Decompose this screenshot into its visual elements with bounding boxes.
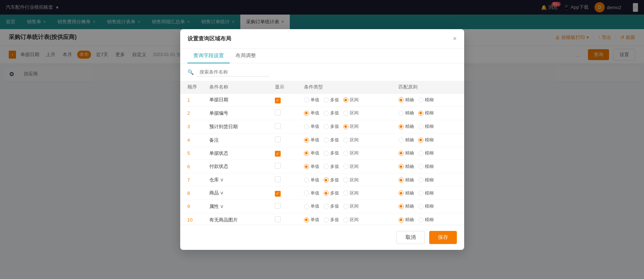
col-header-match: 匹配原则 [399, 84, 464, 90]
row-checkbox[interactable] [275, 123, 304, 130]
radio-type-单值[interactable]: 单值 [304, 203, 319, 209]
row-checkbox[interactable] [275, 163, 304, 170]
row-type-group: 单值多值区间 [304, 164, 399, 170]
radio-match-精确[interactable]: 精确 [399, 137, 414, 143]
radio-match-精确[interactable]: 精确 [399, 123, 414, 130]
radio-type-单值[interactable]: 单值 [304, 164, 319, 170]
row-match-group: 精确模糊 [399, 150, 464, 156]
table-row: 8商品 ∨单值多值区间精确模糊 [180, 187, 464, 200]
table-row: 1单据日期单值多值区间精确模糊 [180, 94, 464, 107]
row-order: 10 [187, 217, 209, 223]
row-match-group: 精确模糊 [399, 123, 464, 130]
radio-match-模糊[interactable]: 模糊 [418, 110, 434, 116]
row-checkbox[interactable] [275, 97, 304, 103]
save-button[interactable]: 保存 [429, 231, 457, 244]
radio-type-单值[interactable]: 单值 [304, 110, 319, 116]
radio-match-模糊[interactable]: 模糊 [418, 150, 434, 156]
tab-query-fields[interactable]: 查询字段设置 [187, 49, 230, 63]
radio-type-区间[interactable]: 区间 [343, 123, 359, 130]
radio-match-精确[interactable]: 精确 [399, 164, 414, 170]
row-name: 商品 ∨ [209, 190, 275, 196]
row-checkbox[interactable] [275, 176, 304, 184]
row-name: 属性 ∨ [209, 203, 275, 210]
radio-match-精确[interactable]: 精确 [399, 110, 414, 116]
radio-type-区间[interactable]: 区间 [343, 190, 359, 196]
radio-type-区间[interactable]: 区间 [343, 110, 359, 116]
radio-type-多值[interactable]: 多值 [324, 110, 339, 116]
radio-type-单值[interactable]: 单值 [304, 150, 319, 156]
row-checkbox[interactable] [275, 190, 304, 197]
radio-match-模糊[interactable]: 模糊 [418, 97, 434, 103]
table-row: 6付款状态单值多值区间精确模糊 [180, 160, 464, 173]
radio-type-区间[interactable]: 区间 [343, 177, 359, 183]
radio-type-区间[interactable]: 区间 [343, 97, 359, 103]
radio-match-模糊[interactable]: 模糊 [418, 190, 434, 196]
row-name: 仓库 ∨ [209, 177, 275, 183]
row-type-group: 单值多值区间 [304, 203, 399, 209]
row-name: 有无商品图片 [209, 217, 275, 223]
radio-type-多值[interactable]: 多值 [324, 137, 339, 143]
radio-type-区间[interactable]: 区间 [343, 203, 359, 209]
row-match-group: 精确模糊 [399, 110, 464, 116]
modal-footer: 取消 保存 [180, 225, 464, 250]
radio-type-多值[interactable]: 多值 [324, 203, 339, 209]
row-type-group: 单值多值区间 [304, 123, 399, 130]
radio-match-模糊[interactable]: 模糊 [418, 164, 434, 170]
radio-type-多值[interactable]: 多值 [324, 217, 339, 223]
modal-table-header: 顺序 条件名称 显示 条件类型 匹配原则 [180, 81, 464, 94]
modal-search-input[interactable] [197, 68, 269, 76]
row-order: 8 [187, 190, 209, 196]
radio-type-单值[interactable]: 单值 [304, 177, 319, 183]
table-row: 2单据编号单值多值区间精确模糊 [180, 107, 464, 120]
radio-match-模糊[interactable]: 模糊 [418, 137, 434, 143]
row-type-group: 单值多值区间 [304, 137, 399, 143]
radio-type-多值[interactable]: 多值 [324, 150, 339, 156]
search-icon: 🔍 [187, 69, 194, 75]
radio-match-精确[interactable]: 精确 [399, 150, 414, 156]
row-match-group: 精确模糊 [399, 203, 464, 209]
radio-type-单值[interactable]: 单值 [304, 123, 319, 130]
modal-title: 设置查询区域布局 [187, 35, 231, 42]
radio-match-精确[interactable]: 精确 [399, 190, 414, 196]
radio-match-精确[interactable]: 精确 [399, 203, 414, 209]
radio-type-多值[interactable]: 多值 [324, 123, 339, 130]
radio-match-精确[interactable]: 精确 [399, 217, 414, 223]
radio-match-模糊[interactable]: 模糊 [418, 203, 434, 209]
radio-type-单值[interactable]: 单值 [304, 97, 319, 103]
row-name: 单据编号 [209, 110, 275, 117]
row-match-group: 精确模糊 [399, 177, 464, 183]
radio-type-区间[interactable]: 区间 [343, 150, 359, 156]
cancel-button[interactable]: 取消 [396, 231, 425, 244]
row-checkbox[interactable] [275, 110, 304, 117]
row-type-group: 单值多值区间 [304, 217, 399, 223]
row-order: 2 [187, 110, 209, 116]
row-name: 备注 [209, 137, 275, 144]
radio-type-多值[interactable]: 多值 [324, 97, 339, 103]
radio-type-单值[interactable]: 单值 [304, 190, 319, 196]
radio-type-区间[interactable]: 区间 [343, 164, 359, 170]
tab-layout-adjust[interactable]: 布局调整 [230, 49, 262, 63]
modal-close-button[interactable]: × [453, 35, 457, 43]
row-match-group: 精确模糊 [399, 164, 464, 170]
radio-match-模糊[interactable]: 模糊 [418, 217, 434, 223]
radio-type-单值[interactable]: 单值 [304, 217, 319, 223]
radio-type-区间[interactable]: 区间 [343, 137, 359, 143]
row-checkbox[interactable] [275, 216, 304, 224]
row-name: 单据日期 [209, 97, 275, 103]
radio-match-精确[interactable]: 精确 [399, 177, 414, 183]
radio-match-模糊[interactable]: 模糊 [418, 123, 434, 130]
settings-modal: 设置查询区域布局 × 查询字段设置 布局调整 🔍 顺序 条件名称 显示 条件类型 [180, 29, 464, 250]
row-checkbox[interactable] [275, 137, 304, 144]
row-order: 7 [187, 177, 209, 183]
radio-type-多值[interactable]: 多值 [324, 164, 339, 170]
radio-match-模糊[interactable]: 模糊 [418, 177, 434, 183]
row-checkbox[interactable] [275, 150, 304, 157]
radio-match-精确[interactable]: 精确 [399, 97, 414, 103]
radio-type-单值[interactable]: 单值 [304, 137, 319, 143]
row-order: 9 [187, 204, 209, 209]
radio-type-区间[interactable]: 区间 [343, 217, 359, 223]
radio-type-多值[interactable]: 多值 [324, 177, 339, 183]
modal-table-body: 1单据日期单值多值区间精确模糊2单据编号单值多值区间精确模糊3预计到货日期单值多… [180, 94, 464, 225]
row-checkbox[interactable] [275, 203, 304, 210]
radio-type-多值[interactable]: 多值 [324, 190, 339, 196]
